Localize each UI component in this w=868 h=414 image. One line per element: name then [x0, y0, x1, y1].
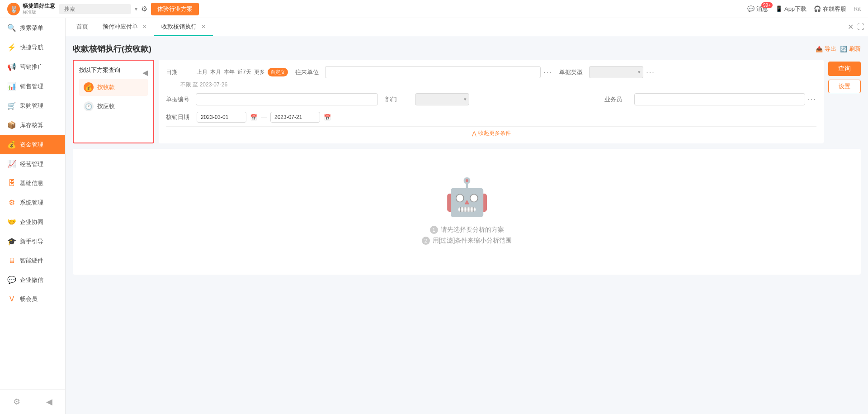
sidebar-icon: 📦 — [7, 121, 16, 129]
close-tab-button[interactable]: ✕ — [848, 23, 854, 31]
tab-close-icon[interactable]: ✕ — [201, 24, 206, 30]
staff-filter-item: 业务员 ··· — [604, 93, 816, 105]
calendar-end-icon[interactable]: 📅 — [324, 114, 331, 121]
sidebar-item-label: 采购管理 — [20, 102, 43, 110]
brand-logo: 🐰 — [7, 3, 20, 15]
date-custom-badge[interactable]: 自定义 — [268, 68, 288, 76]
filter-area: 按以下方案查询 ◀ 💰 按收款 🕐 按应收 — [73, 60, 861, 143]
staff-more-icon[interactable]: ··· — [808, 95, 816, 104]
collapse-sidebar-icon[interactable]: ◀ — [44, 395, 54, 409]
date-more[interactable]: 更多 — [254, 68, 265, 76]
sidebar-item-快捷导航[interactable]: ⚡快捷导航 — [0, 38, 65, 57]
voucher-type-select[interactable] — [589, 66, 643, 78]
sidebar-item-企业微信[interactable]: 💬企业微信 — [0, 270, 65, 290]
tab-label: 收款核销执行 — [161, 23, 197, 31]
staff-input[interactable] — [634, 93, 805, 105]
dept-select[interactable] — [415, 93, 469, 105]
write-off-date-item: 核销日期 📅 — 📅 — [166, 112, 331, 123]
filter-form-row-outer: 日期 上月 本月 本年 近7天 更多 自定义 — [159, 60, 861, 143]
sidebar-item-经营管理[interactable]: 📈经营管理 — [0, 154, 65, 174]
tab-收款核销执行[interactable]: 收款核销执行✕ — [154, 18, 213, 36]
sidebar-icon: ⚙ — [7, 198, 16, 207]
tab-预付冲应付单[interactable]: 预付冲应付单✕ — [95, 18, 154, 36]
search-input[interactable] — [59, 4, 131, 14]
sidebar-item-基础信息[interactable]: 🗄基础信息 — [0, 174, 65, 193]
sidebar-item-营销推广[interactable]: 📢营销推广 — [0, 57, 65, 76]
export-button[interactable]: 📤 导出 — [816, 45, 836, 53]
empty-tip-2: 2 用[过滤]条件来缩小分析范围 — [422, 237, 512, 245]
sidebar-icon: 🎓 — [7, 237, 16, 246]
sidebar-item-资金管理[interactable]: 💰资金管理 — [0, 135, 65, 154]
expand-tab-button[interactable]: ⛶ — [857, 23, 864, 31]
sidebar-item-系统管理[interactable]: ⚙系统管理 — [0, 193, 65, 212]
sidebar-item-库存核算[interactable]: 📦库存核算 — [0, 115, 65, 135]
empty-robot-icon: 🤖 — [444, 176, 490, 219]
empty-state: 🤖 1 请先选择要分析的方案 2 用[过滤]条件来缩小分析范围 — [73, 149, 861, 275]
date-last-7-days[interactable]: 近7天 — [237, 68, 251, 76]
calendar-start-icon[interactable]: 📅 — [250, 114, 257, 121]
export-label: 导出 — [825, 45, 836, 53]
voucher-type-more-icon[interactable]: ··· — [646, 68, 655, 76]
sidebar-item-搜索菜单[interactable]: 🔍搜索菜单 — [0, 18, 65, 38]
top-bar: 🐰 畅捷通好生意 标准版 ▾ ⚙ 体验行业方案 💬 消息 99+ 📱 App下载… — [0, 0, 868, 18]
sidebar-item-畅会员[interactable]: V畅会员 — [0, 290, 65, 309]
user-name[interactable]: Rit — [854, 5, 861, 12]
tab-首页[interactable]: 首页 — [69, 18, 95, 36]
message-icon: 💬 — [747, 5, 755, 12]
industry-button[interactable]: 体验行业方案 — [151, 3, 199, 15]
settings-icon[interactable]: ⚙ — [141, 5, 147, 13]
message-button[interactable]: 💬 消息 99+ — [747, 5, 768, 13]
app-download-button[interactable]: 📱 App下载 — [775, 5, 807, 13]
filter-settings-button[interactable]: 设置 — [828, 80, 861, 93]
sidebar-icon: ⚡ — [7, 43, 16, 52]
tip-text-1: 请先选择要分析的方案 — [441, 226, 504, 234]
sidebar-item-label: 快捷导航 — [20, 43, 43, 52]
sidebar-item-label: 新手引导 — [20, 238, 43, 246]
filter-option-by-receivable[interactable]: 🕐 按应收 — [79, 98, 148, 115]
action-buttons: 查询 设置 — [828, 60, 861, 93]
write-off-end-input[interactable] — [270, 112, 320, 123]
export-icon: 📤 — [816, 46, 823, 52]
filter-form-wrapper: 日期 上月 本月 本年 近7天 更多 自定义 — [159, 60, 861, 143]
counterparty-more-icon[interactable]: ··· — [543, 68, 552, 76]
collapse-filter-icon[interactable]: ◀ — [142, 68, 148, 77]
sidebar-icon: 🔍 — [7, 24, 16, 32]
receipt-icon: 💰 — [84, 82, 94, 92]
empty-tip-1: 1 请先选择要分析的方案 — [430, 226, 504, 234]
page-title: 收款核销执行(按收款) — [73, 43, 151, 54]
settings-bottom-icon[interactable]: ⚙ — [11, 395, 22, 409]
filter-option-by-receipt[interactable]: 💰 按收款 — [79, 79, 148, 96]
collapse-more-button[interactable]: ⋀ 收起更多条件 — [472, 129, 511, 137]
sidebar-item-label: 系统管理 — [20, 199, 43, 207]
sidebar-icon: 📈 — [7, 160, 16, 168]
sidebar-item-企业协同[interactable]: 🤝企业协同 — [0, 212, 65, 232]
counterparty-input[interactable] — [325, 66, 541, 78]
chevron-down-icon[interactable]: ▾ — [135, 6, 137, 12]
sidebar-icon: V — [7, 295, 16, 303]
sidebar-item-label: 经营管理 — [20, 160, 43, 168]
message-badge: 99+ — [761, 2, 773, 8]
sidebar-item-销售管理[interactable]: 📊销售管理 — [0, 76, 65, 96]
date-last-month[interactable]: 上月 — [197, 68, 208, 76]
voucher-no-input[interactable] — [196, 93, 378, 105]
sidebar-item-label: 销售管理 — [20, 82, 43, 90]
date-this-month[interactable]: 本月 — [210, 68, 221, 76]
tab-close-icon[interactable]: ✕ — [142, 24, 147, 30]
query-button[interactable]: 查询 — [828, 62, 861, 76]
online-service-button[interactable]: 🎧 在线客服 — [814, 5, 846, 13]
page-header-actions: 📤 导出 🔄 刷新 — [816, 45, 861, 53]
sidebar-item-采购管理[interactable]: 🛒采购管理 — [0, 96, 65, 115]
counterparty-filter-item: 往来单位 ··· — [295, 66, 552, 78]
sidebar-icon: 🖥 — [7, 257, 16, 265]
voucher-no-filter-item: 单据编号 — [166, 93, 378, 105]
date-this-year[interactable]: 本年 — [224, 68, 235, 76]
refresh-button[interactable]: 🔄 刷新 — [840, 45, 861, 53]
sidebar-icon: 📊 — [7, 82, 16, 90]
sidebar-item-新手引导[interactable]: 🎓新手引导 — [0, 232, 65, 251]
content-area: 首页预付冲应付单✕收款核销执行✕ ✕ ⛶ 收款核销执行(按收款) 📤 导出 🔄 — [66, 18, 868, 414]
sidebar-item-智能硬件[interactable]: 🖥智能硬件 — [0, 251, 65, 270]
filter-sidebar: 按以下方案查询 ◀ 💰 按收款 🕐 按应收 — [73, 60, 154, 143]
write-off-start-input[interactable] — [197, 112, 246, 123]
sidebar-item-label: 畅会员 — [20, 295, 38, 303]
date-to: 至 2023-07-26 — [193, 81, 227, 88]
